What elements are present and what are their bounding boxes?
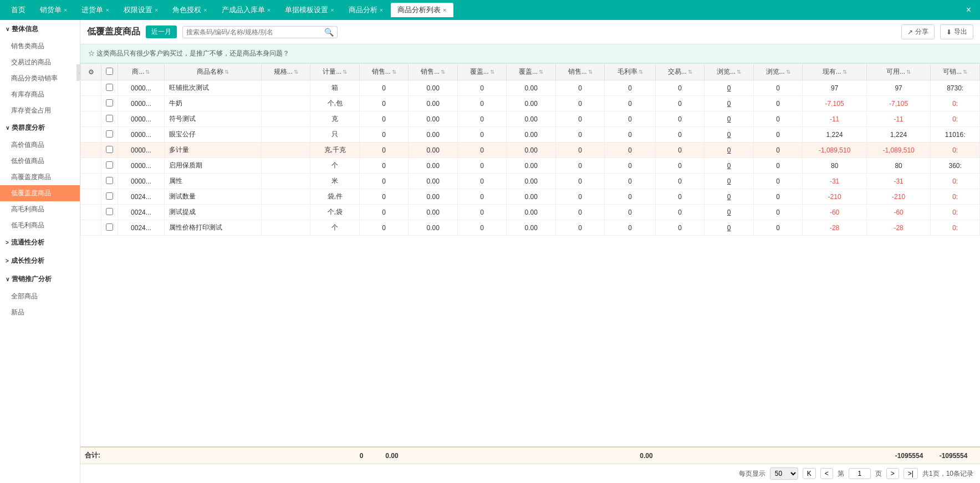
select-all-checkbox[interactable] <box>106 68 113 75</box>
export-button[interactable]: ⬇ 导出 <box>940 24 973 39</box>
nav-purchase-order[interactable]: 进货单 × <box>75 3 115 17</box>
window-close-button[interactable]: × <box>962 4 976 16</box>
search-icon[interactable]: 🔍 <box>324 28 334 37</box>
nav-product-analysis-list[interactable]: 商品分析列表 × <box>391 3 453 17</box>
nav-close-icon[interactable]: × <box>155 7 158 13</box>
sidebar-item-stocked-products[interactable]: 有库存商品 <box>0 87 80 103</box>
nav-product-warehousing[interactable]: 产成品入库单 × <box>215 3 277 17</box>
sidebar-collapse-button[interactable]: « <box>76 64 80 81</box>
row-checkbox[interactable] <box>101 158 118 174</box>
content-header: 低覆盖度商品 近一月 🔍 ↗ 分享 ⬇ 导出 <box>80 20 980 44</box>
sidebar-item-category-turnover[interactable]: 商品分类动销率 <box>0 70 80 87</box>
col-margin[interactable]: 毛利率⇅ <box>605 64 656 80</box>
row-spec <box>261 158 310 174</box>
sidebar-section-cluster[interactable]: ∨ 类群度分析 <box>0 119 80 137</box>
row-sales-amt: 0.00 <box>409 220 457 236</box>
row-checkbox[interactable] <box>101 174 118 189</box>
search-input[interactable] <box>186 28 324 36</box>
row-sales3: 0 <box>555 189 604 205</box>
col-view2[interactable]: 浏览...⇅ <box>753 64 802 80</box>
row-checkbox[interactable] <box>101 143 118 158</box>
nav-close-icon[interactable]: × <box>64 7 67 13</box>
sidebar-item-low-margin[interactable]: 低毛利商品 <box>0 217 80 233</box>
prev-page-button[interactable]: < <box>820 468 833 479</box>
nav-close-icon[interactable]: × <box>267 7 270 13</box>
page-size-select[interactable]: 50 20 100 <box>770 467 798 480</box>
col-view1[interactable]: 浏览...⇅ <box>705 64 753 80</box>
row-cover2: 0.00 <box>507 143 555 158</box>
nav-home[interactable]: 首页 <box>4 3 32 17</box>
row-checkbox[interactable] <box>101 220 118 236</box>
row-checkbox[interactable] <box>101 111 118 127</box>
sidebar-section-marketing[interactable]: ∨ 营销推广分析 <box>0 270 80 288</box>
nav-close-icon[interactable]: × <box>203 7 207 13</box>
col-current-stock[interactable]: 现有...⇅ <box>803 64 866 80</box>
sidebar-section-overview[interactable]: ∨ 整体信息 <box>0 20 80 38</box>
gear-icon[interactable]: ⚙ <box>88 68 94 76</box>
row-checkbox[interactable] <box>101 96 118 111</box>
col-cover1[interactable]: 覆盖...⇅ <box>457 64 506 80</box>
sidebar-item-sales-products[interactable]: 销售类商品 <box>0 38 80 54</box>
sidebar-section-circulation[interactable]: > 流通性分析 <box>0 233 80 252</box>
row-view1[interactable]: 0 <box>705 96 753 111</box>
row-sales-amt: 0.00 <box>409 174 457 189</box>
nav-close-icon[interactable]: × <box>105 7 109 13</box>
row-checkbox[interactable] <box>101 189 118 205</box>
row-view1[interactable]: 0 <box>705 143 753 158</box>
sidebar-item-high-coverage[interactable]: 高覆盖度商品 <box>0 169 80 185</box>
row-view2: 0 <box>753 189 802 205</box>
page-title: 低覆盖度商品 <box>87 26 140 38</box>
last-page-button[interactable]: >| <box>904 468 918 479</box>
row-sales3: 0 <box>555 174 604 189</box>
row-view1[interactable]: 0 <box>705 220 753 236</box>
sidebar-item-high-value[interactable]: 高价值商品 <box>0 137 80 153</box>
col-cover2[interactable]: 覆盖...⇅ <box>507 64 555 80</box>
first-page-button[interactable]: K <box>803 468 816 479</box>
sidebar-item-all-products[interactable]: 全部商品 <box>0 288 80 304</box>
row-view1[interactable]: 0 <box>705 111 753 127</box>
col-sellable[interactable]: 可销...⇅ <box>931 64 980 80</box>
col-sales3[interactable]: 销售...⇅ <box>555 64 604 80</box>
col-gear[interactable]: ⚙ <box>81 64 101 80</box>
col-available-stock[interactable]: 可用...⇅ <box>866 64 930 80</box>
nav-permission-settings[interactable]: 权限设置 × <box>117 3 165 17</box>
share-button[interactable]: ↗ 分享 <box>901 24 935 39</box>
nav-close-icon[interactable]: × <box>443 7 446 13</box>
sidebar-section-growth[interactable]: > 成长性分析 <box>0 252 80 270</box>
row-view1[interactable]: 0 <box>705 158 753 174</box>
row-view1[interactable]: 0 <box>705 189 753 205</box>
row-view1[interactable]: 0 <box>705 205 753 220</box>
nav-product-analysis[interactable]: 商品分析 × <box>342 3 390 17</box>
sidebar-item-low-coverage[interactable]: 低覆盖度商品 <box>0 185 80 201</box>
products-table: ⚙ 商...⇅ 商品名称⇅ 规格...⇅ 计量...⇅ 销售...⇅ 销售...… <box>80 63 980 236</box>
row-view1[interactable]: 0 <box>705 174 753 189</box>
sidebar-item-new-products[interactable]: 新品 <box>0 304 80 321</box>
page-number-input[interactable] <box>849 468 871 479</box>
row-sellable: 0: <box>931 111 980 127</box>
nav-role-auth[interactable]: 角色授权 × <box>166 3 213 17</box>
nav-sales-order[interactable]: 销货单 × <box>33 3 74 17</box>
next-page-button[interactable]: > <box>886 468 899 479</box>
col-sales-amt[interactable]: 销售...⇅ <box>409 64 457 80</box>
row-view1[interactable]: 0 <box>705 80 753 96</box>
row-view1[interactable]: 0 <box>705 127 753 143</box>
col-unit[interactable]: 计量...⇅ <box>310 64 359 80</box>
table-row: 0000... 旺辅批次测试 箱 0 0.00 0 0.00 0 0 0 0 0… <box>81 80 980 96</box>
nav-close-icon[interactable]: × <box>380 7 383 13</box>
sidebar-item-high-margin[interactable]: 高毛利商品 <box>0 201 80 217</box>
sidebar-item-traded-products[interactable]: 交易过的商品 <box>0 54 80 70</box>
row-checkbox[interactable] <box>101 80 118 96</box>
nav-template-settings[interactable]: 单据模板设置 × <box>278 3 340 17</box>
time-filter-button[interactable]: 近一月 <box>146 26 177 38</box>
col-name[interactable]: 商品名称⇅ <box>164 64 261 80</box>
nav-close-icon[interactable]: × <box>330 7 334 13</box>
col-code[interactable]: 商...⇅ <box>118 64 164 80</box>
col-trade[interactable]: 交易...⇅ <box>655 64 704 80</box>
row-checkbox[interactable] <box>101 205 118 220</box>
row-checkbox[interactable] <box>101 127 118 143</box>
col-sales-qty[interactable]: 销售...⇅ <box>359 64 408 80</box>
sidebar-item-stock-capital[interactable]: 库存资金占用 <box>0 103 80 119</box>
col-spec[interactable]: 规格...⇅ <box>261 64 310 80</box>
footer-sales-amt: 0.00 <box>378 452 406 460</box>
sidebar-item-low-value[interactable]: 低价值商品 <box>0 153 80 169</box>
